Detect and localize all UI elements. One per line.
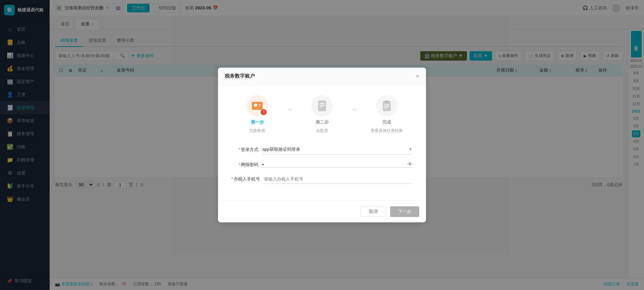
svg-rect-7 — [319, 106, 323, 107]
modal-footer: 取消 下一步 — [218, 201, 426, 222]
step-3-icon-wrap — [376, 95, 397, 117]
login-method-select[interactable]: app获取验证码登录 ▼ — [262, 144, 413, 155]
svg-point-1 — [254, 103, 257, 107]
svg-rect-10 — [384, 104, 389, 105]
step-3: 完成 查看具体任务结果 — [361, 95, 413, 134]
svg-rect-4 — [318, 100, 326, 111]
step-1-icon-wrap: ! — [247, 95, 268, 117]
modal-overlay: 税务数字账户 × ! 第一步 — [0, 0, 644, 290]
svg-rect-9 — [385, 100, 389, 102]
document-icon — [315, 99, 329, 113]
login-method-label: 登录方式 — [231, 147, 258, 153]
svg-rect-6 — [319, 105, 325, 105]
step-3-subtitle: 查看具体任务结果 — [371, 128, 403, 134]
step-2-icon-wrap — [311, 95, 333, 117]
modal-title: 税务数字账户 — [225, 73, 255, 79]
step-1-title: 第一步 — [251, 119, 264, 125]
clipboard-icon — [380, 99, 393, 113]
step-1-subtitle: 完善账密 — [249, 128, 265, 134]
password-input[interactable] — [262, 162, 407, 167]
step-3-title: 完成 — [382, 119, 391, 125]
svg-rect-0 — [252, 102, 263, 110]
eye-icon[interactable]: 👁 — [407, 161, 413, 167]
svg-rect-11 — [384, 106, 389, 107]
digital-account-modal: 税务数字账户 × ! 第一步 — [218, 68, 426, 222]
steps: ! 第一步 完善账密 → — [231, 95, 413, 134]
svg-rect-3 — [258, 106, 260, 106]
cancel-button[interactable]: 取消 — [361, 206, 386, 217]
modal-body: ! 第一步 完善账密 → — [218, 85, 426, 201]
next-button[interactable]: 下一步 — [390, 206, 419, 217]
login-method-value: app获取验证码登录 — [262, 146, 409, 152]
password-label: 网报密码 — [231, 162, 258, 168]
step-2-title: 第二步 — [316, 119, 329, 125]
step-2-subtitle: 去取票 — [316, 128, 328, 134]
step-1: ! 第一步 完善账密 — [231, 95, 283, 134]
svg-rect-2 — [258, 104, 261, 105]
login-method-arrow-icon: ▼ — [409, 147, 413, 152]
modal-close-button[interactable]: × — [416, 73, 419, 79]
arrow-2: → — [351, 105, 358, 114]
step-1-error-badge: ! — [261, 109, 267, 115]
password-wrap: 👁 — [262, 161, 413, 168]
arrow-1: → — [286, 105, 293, 114]
login-method-row: 登录方式 app获取验证码登录 ▼ — [231, 144, 413, 155]
svg-rect-12 — [384, 108, 387, 108]
phone-input[interactable] — [264, 174, 413, 184]
modal-header: 税务数字账户 × — [218, 68, 426, 85]
svg-rect-5 — [319, 103, 325, 104]
password-row: 网报密码 👁 — [231, 161, 413, 168]
step-2: 第二步 去取票 — [296, 95, 348, 134]
phone-label: 办税人手机号 — [231, 176, 260, 182]
phone-row: 办税人手机号 — [231, 174, 413, 184]
